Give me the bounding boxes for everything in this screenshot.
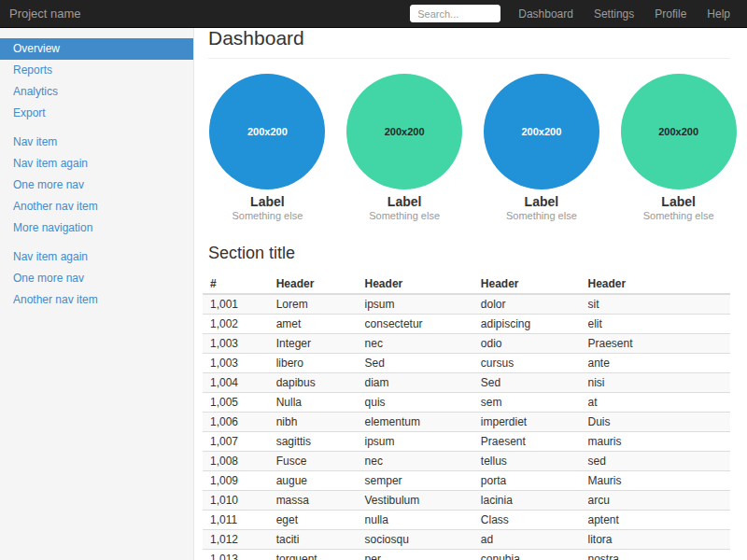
table-cell: 1,005 — [203, 393, 269, 413]
table-cell: diam — [358, 373, 473, 393]
table-cell: Praesent — [581, 334, 730, 354]
table-cell: 1,004 — [203, 373, 269, 393]
table-cell: 1,006 — [203, 413, 269, 432]
table-row: 1,013torquentperconubianostra — [203, 550, 730, 560]
table-row: 1,005Nullaquissemat — [203, 393, 730, 413]
brand-title[interactable]: Project name — [9, 7, 81, 21]
table-cell: elit — [581, 315, 730, 334]
table-cell: amet — [269, 315, 358, 334]
table-cell: mauris — [581, 432, 730, 452]
table-cell: ante — [581, 354, 730, 373]
navbar-link-settings[interactable]: Settings — [584, 0, 644, 28]
sidebar-item-nav-item[interactable]: Nav item — [0, 132, 193, 153]
sidebar-item-overview[interactable]: Overview — [0, 38, 193, 60]
table-header-cell: Header — [473, 274, 581, 294]
table-cell: Praesent — [473, 432, 581, 452]
table-cell: Mauris — [581, 471, 730, 491]
table-header-row: #HeaderHeaderHeaderHeader — [203, 274, 730, 294]
table-cell: Lorem — [269, 294, 358, 315]
table-cell: 1,003 — [203, 354, 269, 373]
table-row: 1,007sagittisipsumPraesentmauris — [203, 432, 730, 452]
section-title: Section title — [208, 244, 730, 262]
navbar-link-help[interactable]: Help — [697, 0, 740, 28]
navbar-right: DashboardSettingsProfileHelp — [410, 0, 740, 28]
sidebar-item-another-nav-item[interactable]: Another nav item — [0, 289, 193, 311]
table-row: 1,011egetnullaClassaptent — [203, 511, 730, 530]
table-cell: Nulla — [269, 393, 358, 413]
table-cell: porta — [473, 471, 581, 491]
table-cell: Sed — [358, 354, 473, 373]
sidebar-list-item: Analytics — [0, 81, 193, 103]
sidebar-item-another-nav-item[interactable]: Another nav item — [0, 196, 193, 217]
table-cell: lacinia — [473, 491, 581, 511]
navbar-link-profile[interactable]: Profile — [644, 0, 697, 28]
placeholder-label: Label — [610, 194, 747, 210]
table-body: 1,001Loremipsumdolorsit1,002ametconsecte… — [203, 294, 730, 560]
table-row: 1,003liberoSedcursusante — [203, 354, 730, 373]
sidebar-item-export[interactable]: Export — [0, 103, 193, 124]
placeholder-circle-image: 200x200 — [346, 74, 462, 189]
placeholder-row: 200x200LabelSomething else200x200LabelSo… — [199, 74, 747, 222]
placeholder-circle-image: 200x200 — [209, 74, 325, 189]
table-cell: nec — [358, 452, 473, 471]
sidebar-item-reports[interactable]: Reports — [0, 60, 193, 81]
data-table: #HeaderHeaderHeaderHeader 1,001Loremipsu… — [203, 274, 730, 560]
table-cell: quis — [358, 393, 473, 413]
table-cell: 1,009 — [203, 471, 269, 491]
sidebar-item-one-more-nav[interactable]: One more nav — [0, 268, 193, 289]
table-row: 1,008Fuscenectellussed — [203, 452, 730, 471]
table-cell: nulla — [358, 511, 473, 530]
table-cell: nisi — [581, 373, 730, 393]
sidebar-list-item: More navigation — [0, 217, 193, 239]
navbar-links: DashboardSettingsProfileHelp — [508, 0, 740, 28]
search-input[interactable] — [410, 5, 500, 22]
sidebar-item-analytics[interactable]: Analytics — [0, 81, 193, 103]
table-cell: libero — [269, 354, 358, 373]
table-cell: sociosqu — [358, 530, 473, 550]
table-cell: sed — [581, 452, 730, 471]
sidebar-item-nav-item-again[interactable]: Nav item again — [0, 153, 193, 175]
table-cell: at — [581, 393, 730, 413]
table-cell: Class — [473, 511, 581, 530]
sidebar-nav-group-1: OverviewReportsAnalyticsExport — [0, 38, 193, 124]
sidebar-item-one-more-nav[interactable]: One more nav — [0, 175, 193, 196]
sidebar-item-nav-item-again[interactable]: Nav item again — [0, 246, 193, 268]
table-cell: 1,012 — [203, 530, 269, 550]
sidebar-list-item: One more nav — [0, 268, 193, 289]
table-cell: consectetur — [358, 315, 473, 334]
sidebar-nav-group-3: Nav item againOne more navAnother nav it… — [0, 246, 193, 311]
table-cell: dolor — [473, 294, 581, 315]
table-cell: 1,007 — [203, 432, 269, 452]
table-cell: Fusce — [269, 452, 358, 471]
table-cell: augue — [269, 471, 358, 491]
table-cell: arcu — [581, 491, 730, 511]
table-cell: tellus — [473, 452, 581, 471]
navbar-link-dashboard[interactable]: Dashboard — [508, 0, 584, 28]
sidebar-list-item: Nav item again — [0, 153, 193, 175]
placeholder-sublabel: Something else — [610, 210, 747, 222]
table-header-cell: Header — [269, 274, 358, 294]
placeholder-label: Label — [336, 194, 473, 210]
main-content: Dashboard 200x200LabelSomething else200x… — [194, 28, 747, 560]
table-row: 1,006nibhelementumimperdietDuis — [203, 413, 730, 432]
sidebar-list-item: Nav item — [0, 132, 193, 153]
table-cell: cursus — [473, 354, 581, 373]
table-cell: 1,013 — [203, 550, 269, 560]
table-header-cell: Header — [358, 274, 473, 294]
table-cell: ipsum — [358, 294, 473, 315]
table-row: 1,003IntegernecodioPraesent — [203, 334, 730, 354]
table-cell: massa — [269, 491, 358, 511]
sidebar-item-more-navigation[interactable]: More navigation — [0, 217, 193, 239]
table-cell: Vestibulum — [358, 491, 473, 511]
table-cell: sem — [473, 393, 581, 413]
table-cell: eget — [269, 511, 358, 530]
sidebar: OverviewReportsAnalyticsExportNav itemNa… — [0, 28, 194, 560]
placeholder-label: Label — [473, 194, 611, 210]
sidebar-list-item: Export — [0, 103, 193, 124]
table-cell: 1,008 — [203, 452, 269, 471]
table-cell: dapibus — [269, 373, 358, 393]
page-title: Dashboard — [208, 28, 730, 59]
sidebar-list-item: Another nav item — [0, 289, 193, 311]
table-row: 1,004dapibusdiamSednisi — [203, 373, 730, 393]
table-cell: 1,011 — [203, 511, 269, 530]
